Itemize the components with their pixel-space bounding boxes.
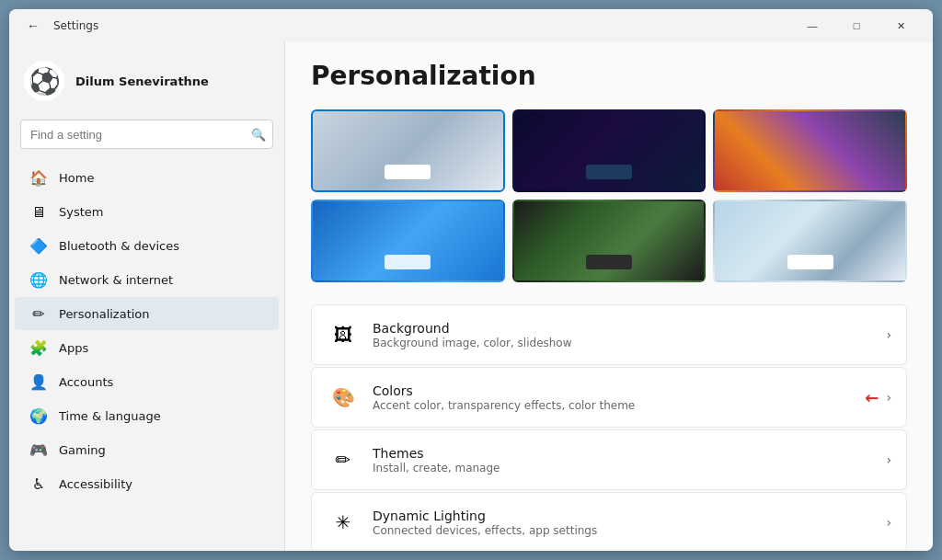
sidebar-item-label-network: Network & internet xyxy=(59,273,173,287)
dynamic-lighting-text: Dynamic Lighting Connected devices, effe… xyxy=(373,509,886,537)
nav-menu: 🏠 Home 🖥 System 🔷 Bluetooth & devices 🌐 … xyxy=(9,160,284,501)
dynamic-lighting-desc: Connected devices, effects, app settings xyxy=(373,524,886,537)
chevron-right-icon: › xyxy=(886,515,891,530)
accounts-icon: 👤 xyxy=(29,372,48,391)
themes-desc: Install, create, manage xyxy=(373,462,886,474)
sidebar-item-bluetooth[interactable]: 🔷 Bluetooth & devices xyxy=(15,229,279,262)
title-bar: ← Settings — □ ✕ xyxy=(9,9,933,42)
main-content: Personalization 🖼 Background Background … xyxy=(285,42,933,551)
sidebar-item-label-time: Time & language xyxy=(59,409,161,423)
sidebar-item-label-gaming: Gaming xyxy=(59,443,106,457)
search-box: 🔍 xyxy=(20,120,273,149)
dynamic-lighting-icon: ✳ xyxy=(327,506,360,539)
content-area: ⚽ Dilum Senevirathne 🔍 🏠 Home 🖥 System 🔷… xyxy=(9,42,933,551)
time-icon: 🌍 xyxy=(29,406,48,425)
minimize-button[interactable]: — xyxy=(791,11,833,40)
settings-row-dynamic-lighting[interactable]: ✳ Dynamic Lighting Connected devices, ef… xyxy=(311,492,907,551)
sidebar-item-accessibility[interactable]: ♿ Accessibility xyxy=(15,467,279,500)
settings-window: ← Settings — □ ✕ ⚽ Dilum Senevirathne 🔍 … xyxy=(9,9,933,551)
page-title: Personalization xyxy=(311,61,907,91)
search-icon: 🔍 xyxy=(251,128,266,142)
system-icon: 🖥 xyxy=(29,202,48,221)
theme-thumb-4[interactable] xyxy=(311,200,505,282)
sidebar-item-apps[interactable]: 🧩 Apps xyxy=(15,331,279,364)
dynamic-lighting-title: Dynamic Lighting xyxy=(373,509,886,523)
arrow-indicator: ← › xyxy=(865,388,891,407)
themes-text: Themes Install, create, manage xyxy=(373,446,886,474)
sidebar-item-label-accessibility: Accessibility xyxy=(59,477,132,491)
accessibility-icon: ♿ xyxy=(29,474,48,493)
sidebar-item-personalization[interactable]: ✏️ Personalization xyxy=(15,297,279,330)
sidebar: ⚽ Dilum Senevirathne 🔍 🏠 Home 🖥 System 🔷… xyxy=(9,42,285,551)
gaming-icon: 🎮 xyxy=(29,440,48,459)
colors-icon: 🎨 xyxy=(327,381,360,414)
window-title: Settings xyxy=(53,19,98,32)
themes-title: Themes xyxy=(373,446,886,461)
theme-thumb-5[interactable] xyxy=(512,200,706,282)
user-name: Dilum Senevirathne xyxy=(75,74,209,88)
network-icon: 🌐 xyxy=(29,270,48,289)
settings-list: 🖼 Background Background image, color, sl… xyxy=(311,304,907,551)
theme-thumb-6[interactable] xyxy=(713,200,907,282)
chevron-right-icon: › xyxy=(886,390,891,405)
sidebar-item-system[interactable]: 🖥 System xyxy=(15,195,279,228)
bluetooth-icon: 🔷 xyxy=(29,236,48,255)
title-bar-left: ← Settings xyxy=(20,13,791,39)
search-input[interactable] xyxy=(20,120,273,149)
sidebar-item-label-bluetooth: Bluetooth & devices xyxy=(59,239,179,253)
user-section: ⚽ Dilum Senevirathne xyxy=(9,50,284,116)
back-button[interactable]: ← xyxy=(20,13,46,39)
sidebar-item-label-home: Home xyxy=(59,171,94,185)
colors-text: Colors Accent color, transparency effect… xyxy=(373,383,865,412)
chevron-right-icon: › xyxy=(886,327,891,342)
close-button[interactable]: ✕ xyxy=(879,11,922,40)
colors-desc: Accent color, transparency effects, colo… xyxy=(373,399,865,412)
sidebar-item-label-personalization: Personalization xyxy=(59,307,150,321)
theme-thumb-2[interactable] xyxy=(512,109,706,192)
sidebar-item-accounts[interactable]: 👤 Accounts xyxy=(15,365,279,398)
sidebar-item-time[interactable]: 🌍 Time & language xyxy=(15,399,279,432)
theme-thumb-1[interactable] xyxy=(311,109,505,192)
chevron-right-icon: › xyxy=(886,452,891,467)
sidebar-item-network[interactable]: 🌐 Network & internet xyxy=(15,263,279,296)
window-controls: — □ ✕ xyxy=(791,11,922,40)
maximize-button[interactable]: □ xyxy=(835,11,878,40)
sidebar-item-label-apps: Apps xyxy=(59,341,88,355)
theme-thumb-3[interactable] xyxy=(713,109,907,192)
background-desc: Background image, color, slideshow xyxy=(373,337,886,349)
theme-grid xyxy=(311,109,907,282)
themes-icon: ✏ xyxy=(327,443,360,476)
settings-row-background[interactable]: 🖼 Background Background image, color, sl… xyxy=(311,304,907,365)
sidebar-item-home[interactable]: 🏠 Home xyxy=(15,161,279,194)
sidebar-item-label-system: System xyxy=(59,205,103,219)
home-icon: 🏠 xyxy=(29,168,48,187)
settings-row-themes[interactable]: ✏ Themes Install, create, manage › xyxy=(311,429,907,490)
background-text: Background Background image, color, slid… xyxy=(373,321,886,349)
background-title: Background xyxy=(373,321,886,336)
sidebar-item-gaming[interactable]: 🎮 Gaming xyxy=(15,433,279,466)
apps-icon: 🧩 xyxy=(29,338,48,357)
settings-row-colors[interactable]: 🎨 Colors Accent color, transparency effe… xyxy=(311,367,907,428)
avatar: ⚽ xyxy=(24,61,64,101)
colors-title: Colors xyxy=(373,383,865,398)
red-arrow-icon: ← xyxy=(865,388,879,407)
sidebar-item-label-accounts: Accounts xyxy=(59,375,113,389)
background-icon: 🖼 xyxy=(327,318,360,351)
personalization-icon: ✏️ xyxy=(29,304,48,323)
